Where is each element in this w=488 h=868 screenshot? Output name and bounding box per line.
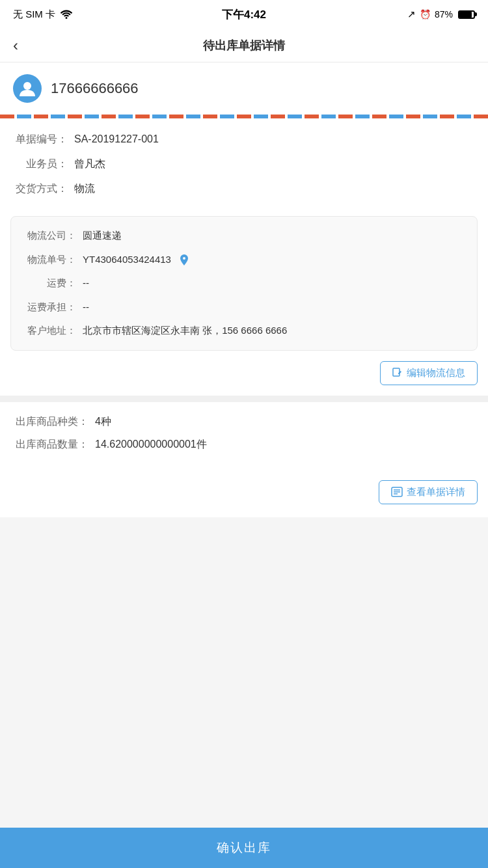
location-pin-icon[interactable]: [178, 253, 191, 266]
carrier-label: 无 SIM 卡: [13, 8, 55, 21]
staff-label: 业务员：: [16, 156, 68, 172]
customer-phone: 17666666666: [51, 80, 139, 97]
delivery-row: 交货方式： 物流: [16, 181, 472, 197]
goods-type-row: 出库商品种类： 4种: [16, 415, 472, 429]
logistics-tracking-value: YT43064053424413: [83, 252, 464, 267]
battery-percent: 87%: [435, 9, 453, 20]
confirm-outbound-button[interactable]: 确认出库: [0, 828, 488, 868]
alarm-icon: ⏰: [420, 9, 431, 20]
battery-icon: [458, 10, 475, 19]
goods-quantity-row: 出库商品数量： 14.620000000000001件: [16, 438, 472, 452]
address-value: 北京市市辖区海淀区永丰南 张，156 6666 6666: [83, 323, 464, 338]
status-left: 无 SIM 卡: [13, 8, 72, 21]
back-button[interactable]: ‹: [8, 31, 23, 60]
address-label: 客户地址：: [24, 323, 76, 338]
address-row: 客户地址： 北京市市辖区海淀区永丰南 张，156 6666 6666: [24, 323, 464, 338]
staff-value: 曾凡杰: [74, 156, 472, 172]
document-lines-icon: [391, 487, 403, 497]
status-bar: 无 SIM 卡 下午4:42 ↗ ⏰ 87%: [0, 0, 488, 29]
status-time: 下午4:42: [222, 7, 266, 22]
logistics-company-label: 物流公司：: [24, 228, 76, 243]
edit-icon: [392, 368, 403, 378]
goods-type-value: 4种: [95, 415, 111, 429]
logistics-company-row: 物流公司： 圆通速递: [24, 228, 464, 243]
goods-type-label: 出库商品种类：: [16, 415, 88, 429]
order-no-label: 单据编号：: [16, 131, 68, 147]
page-spacer: [0, 517, 488, 621]
edit-logistics-button[interactable]: 编辑物流信息: [380, 361, 478, 385]
order-info-section: 单据编号： SA-20191227-001 业务员： 曾凡杰 交货方式： 物流: [0, 118, 488, 210]
svg-point-0: [23, 82, 31, 90]
status-right: ↗ ⏰ 87%: [407, 8, 475, 20]
goods-summary-section: 出库商品种类： 4种 出库商品数量： 14.620000000000001件: [0, 402, 488, 474]
wifi-icon: [61, 10, 72, 19]
freight-bear-row: 运费承担： --: [24, 300, 464, 315]
confirm-outbound-label: 确认出库: [217, 839, 271, 856]
delivery-label: 交货方式：: [16, 181, 68, 197]
staff-row: 业务员： 曾凡杰: [16, 156, 472, 172]
goods-quantity-label: 出库商品数量：: [16, 438, 88, 452]
nav-bar: ‹ 待出库单据详情: [0, 29, 488, 62]
avatar: [13, 74, 42, 103]
goods-quantity-value: 14.620000000000001件: [95, 438, 207, 452]
freight-bear-value: --: [83, 300, 464, 315]
freight-label: 运费：: [24, 276, 76, 291]
page-title: 待出库单据详情: [203, 38, 285, 53]
freight-row: 运费： --: [24, 276, 464, 291]
view-detail-label: 查看单据详情: [407, 486, 465, 498]
logistics-tracking-row: 物流单号： YT43064053424413: [24, 252, 464, 267]
edit-logistics-btn-wrap: 编辑物流信息: [0, 361, 488, 396]
delivery-value: 物流: [74, 181, 472, 197]
logistics-company-value: 圆通速递: [83, 228, 464, 243]
freight-bear-label: 运费承担：: [24, 300, 76, 315]
svg-rect-1: [393, 368, 400, 376]
view-detail-btn-wrap: 查看单据详情: [0, 474, 488, 517]
gray-divider: [0, 396, 488, 402]
freight-value: --: [83, 276, 464, 291]
edit-logistics-label: 编辑物流信息: [407, 367, 465, 379]
customer-header: 17666666666: [0, 62, 488, 115]
order-no-value: SA-20191227-001: [74, 131, 472, 147]
logistics-tracking-label: 物流单号：: [24, 252, 76, 267]
user-avatar-icon: [18, 79, 36, 98]
view-detail-button[interactable]: 查看单据详情: [379, 480, 478, 504]
location-status-icon: ↗: [407, 8, 416, 20]
order-no-row: 单据编号： SA-20191227-001: [16, 131, 472, 147]
logistics-card: 物流公司： 圆通速递 物流单号： YT43064053424413: [10, 216, 478, 351]
